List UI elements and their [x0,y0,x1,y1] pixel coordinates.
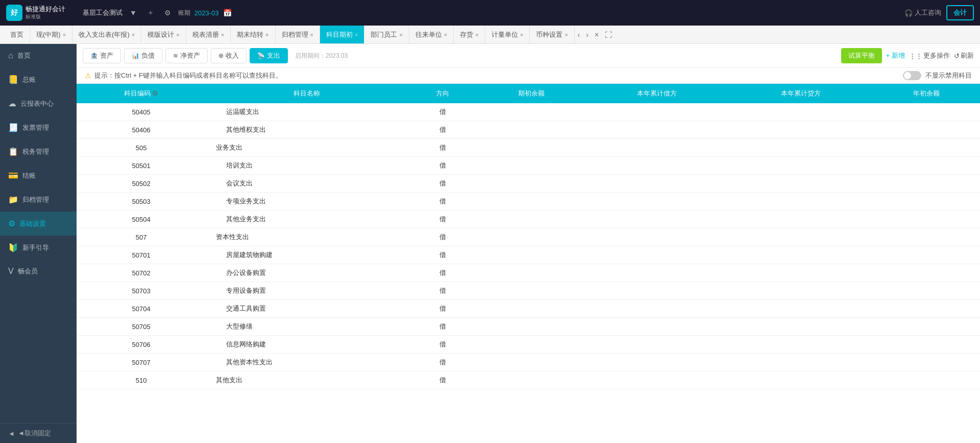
table-row: 50703专用设备购置借 [77,282,980,300]
archive-icon: 📁 [8,195,18,204]
cell-direction: 借 [407,139,478,157]
tab-template-close[interactable]: × [176,32,179,38]
sidebar-item-archive-label: 归档管理 [22,195,49,204]
logo-icon: 好 [6,5,22,21]
tab-archive-close[interactable]: × [310,32,313,38]
disable-toggle[interactable] [903,71,921,80]
refresh-button[interactable]: ↺ 刷新 [954,51,974,60]
sidebar-item-ledger[interactable]: 📒 总账 [0,67,77,91]
tab-currency-close[interactable]: × [565,32,568,38]
sub-tab-equity[interactable]: ≋ 净资产 [165,48,208,63]
sub-tab-asset-label: 资产 [100,51,113,60]
cell-credit [729,336,873,354]
sidebar-item-tax-label: 税务管理 [22,147,49,156]
sub-tab-expense[interactable]: 📡 支出 [250,48,288,63]
tab-transfer-close[interactable]: × [265,32,268,38]
add-button[interactable]: + 新增 [886,51,905,60]
tab-next-btn[interactable]: › [583,30,592,40]
cell-direction: 借 [407,228,478,246]
sidebar-item-checkout[interactable]: 💳 结账 [0,164,77,188]
tab-transfer[interactable]: 期末结转× [231,26,275,44]
refresh-icon: ↺ [954,52,960,60]
sidebar-item-invoice[interactable]: 🧾 发票管理 [0,115,77,139]
more-icon: ⋮⋮ [909,52,922,60]
income-icon: ⊕ [218,52,224,59]
tab-dept[interactable]: 部门员工× [364,26,409,44]
cell-debit [585,121,729,139]
sidebar-item-settings-label: 基础设置 [19,219,46,228]
table-row: 50702办公设备购置借 [77,264,980,282]
balance-button[interactable]: 试算平衡 [841,48,882,63]
tab-tax-close[interactable]: × [221,32,224,38]
cell-year-opening [873,246,980,264]
tab-currency[interactable]: 币种设置× [530,26,574,44]
sidebar-item-vip[interactable]: V 畅会员 [0,260,77,283]
cell-debit [585,282,729,300]
sidebar-item-settings[interactable]: ⚙ 基础设置 [0,212,77,236]
sub-tab-income[interactable]: ⊕ 收入 [211,48,247,63]
account-button[interactable]: 会计 [946,5,974,20]
tab-archive[interactable]: 归档管理× [276,26,320,44]
tab-template[interactable]: 模版设计× [141,26,186,44]
tab-dept-close[interactable]: × [399,32,402,38]
cell-direction: 借 [407,282,478,300]
sidebar-item-guide-label: 新手引导 [22,243,49,252]
cell-opening [478,121,585,139]
cell-credit [729,211,873,228]
sidebar-item-home[interactable]: ⌂ 首页 [0,44,77,67]
sidebar-item-archive[interactable]: 📁 归档管理 [0,188,77,212]
tab-unit[interactable]: 计量单位× [485,26,530,44]
company-name[interactable]: 基层工会测试 [83,8,122,17]
tab-prev-btn[interactable]: ‹ [575,30,583,40]
liability-icon: 📊 [132,52,139,59]
tab-customer-close[interactable]: × [444,32,447,38]
tab-home-label: 首页 [10,30,23,39]
tab-tax[interactable]: 税表清册× [186,26,231,44]
cell-code: 505 [77,139,206,157]
service-button[interactable]: 🎧 人工咨询 [904,8,941,17]
add-company-icon[interactable]: ＋ [144,6,157,19]
equity-icon: ≋ [173,52,178,59]
sidebar-item-guide[interactable]: 🔰 新手引导 [0,236,77,260]
tab-income-close[interactable]: × [132,32,135,38]
settings-icon[interactable]: ⚙ [161,7,174,19]
tab-home[interactable]: 首页 [4,26,30,44]
tab-subject[interactable]: 科目期初× [320,26,364,44]
tab-customer[interactable]: 往来单位× [409,26,454,44]
table-row: 50406其他维权支出借 [77,121,980,139]
sidebar-item-tax[interactable]: 📋 税务管理 [0,139,77,164]
tab-expand-btn[interactable]: ⛶ [602,30,615,40]
sub-tab-asset[interactable]: 🏦 资产 [83,48,121,63]
tab-period[interactable]: 现(中期)× [30,26,72,44]
cell-direction: 借 [407,371,478,389]
tab-close-all-btn[interactable]: × [592,30,602,40]
cell-code: 50704 [77,300,206,318]
sidebar-item-report[interactable]: ☁ 云报表中心 [0,91,77,115]
calendar-icon[interactable]: 📅 [223,9,232,17]
sub-tab-liability[interactable]: 📊 负债 [124,48,162,63]
tab-unit-close[interactable]: × [520,32,523,38]
cell-name: 其他资本性支出 [206,354,407,371]
cell-debit [585,300,729,318]
table-wrapper: 科目编码 ⚙ 科目名称 方向 期初余额 本年累计借方 本年累计贷方 年初余额 5… [77,84,980,443]
sidebar-item-home-label: 首页 [17,51,31,60]
more-button[interactable]: ⋮⋮ 更多操作 [909,51,950,60]
col-opening: 期初余额 [478,84,585,103]
table-row: 50707其他资本性支出借 [77,354,980,371]
tab-subject-close[interactable]: × [355,32,358,38]
tab-period-label: 现(中期) [36,30,61,39]
tab-inventory[interactable]: 存货× [454,26,485,44]
period-info: 启用期间：2023.03 [295,52,348,60]
cell-year-opening [873,354,980,371]
sidebar-pin-toggle[interactable]: ◄ ◄取消固定 [0,423,77,443]
dropdown-icon[interactable]: ▼ [127,7,140,19]
cell-code: 50706 [77,336,206,354]
col-settings-icon[interactable]: ⚙ [152,89,158,97]
period-value[interactable]: 2023-03 [194,9,219,17]
table-row: 50706信息网络购建借 [77,336,980,354]
tab-income[interactable]: 收入支出表(年报)× [72,26,141,44]
tab-period-close[interactable]: × [63,32,66,38]
cell-name: 其他维权支出 [206,121,407,139]
cell-year-opening [873,211,980,228]
tab-inventory-close[interactable]: × [475,32,478,38]
